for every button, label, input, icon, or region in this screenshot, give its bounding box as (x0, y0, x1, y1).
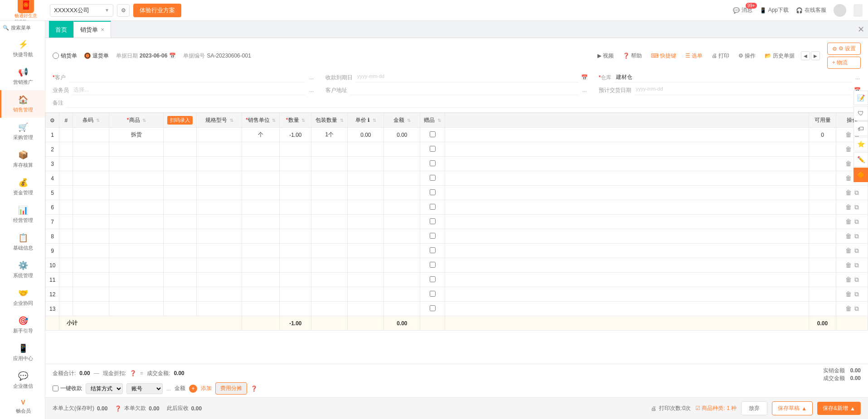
float-star-btn[interactable]: ⭐ (853, 137, 868, 151)
print-btn[interactable]: 🖨 打印 (709, 51, 732, 61)
gift-checkbox[interactable] (430, 204, 436, 210)
delete-icon[interactable]: 🗑 (845, 305, 852, 313)
delete-icon[interactable]: 🗑 (845, 131, 852, 139)
customer-input[interactable] (68, 72, 306, 82)
gift-checkbox[interactable] (430, 175, 436, 181)
history-btn[interactable]: 📂 历史单据 (762, 51, 797, 61)
product-kind[interactable]: ☑ 商品种类: 1 种 (695, 405, 737, 412)
prev-arrow[interactable]: ◀ (801, 51, 810, 60)
col-settings[interactable]: ⚙ (46, 113, 59, 128)
help-btn[interactable]: ❓ 帮助 (620, 51, 645, 61)
form-settings-btn[interactable]: ⚙ ⚙ 设置 (827, 43, 861, 55)
copy-icon[interactable]: ⧉ (854, 290, 859, 298)
warehouse-dots[interactable]: ... (854, 74, 861, 81)
sidebar-item-enterprise[interactable]: 🤝 企业协同 (0, 284, 45, 311)
gift-checkbox[interactable] (430, 291, 436, 297)
col-qty[interactable]: *数量 ⇅ (280, 113, 311, 128)
delete-icon[interactable]: 🗑 (845, 174, 852, 182)
gift-checkbox[interactable] (430, 262, 436, 268)
copy-icon[interactable]: ⧉ (854, 247, 859, 255)
salesperson-input[interactable]: 选择... (72, 85, 305, 95)
warehouse-input[interactable]: 建材仓 (614, 72, 852, 82)
delete-icon[interactable]: 🗑 (845, 247, 852, 255)
copy-icon[interactable]: ⧉ (854, 261, 859, 269)
float-tag-btn[interactable]: 🏷 (853, 121, 868, 136)
copy-icon[interactable]: ⧉ (854, 203, 859, 211)
sidebar-item-system[interactable]: ⚙️ 系统管理 (0, 256, 45, 284)
delete-icon[interactable]: 🗑 (845, 145, 852, 153)
customer-dots[interactable]: ... (308, 74, 315, 81)
expected-date-input[interactable]: yyyy-mm-dd (634, 85, 851, 95)
video-btn[interactable]: ▶ 视频 (595, 51, 616, 61)
copy-icon[interactable]: ⧉ (854, 276, 859, 284)
gift-checkbox[interactable] (430, 160, 436, 166)
next-arrow[interactable]: ▶ (811, 51, 820, 60)
sidebar-item-apps[interactable]: 📱 应用中心 (0, 339, 45, 366)
col-gift[interactable]: 赠品 ⇅ (420, 113, 445, 128)
float-orange-btn[interactable]: 🔶 (853, 168, 868, 182)
copy-icon[interactable]: ⧉ (854, 189, 859, 197)
company-selector[interactable]: XXXXXX公司 ▼ (50, 4, 113, 17)
payment-add-button[interactable]: + (189, 385, 197, 393)
sidebar-item-quick-nav[interactable]: ⚡ 快捷导航 (0, 35, 45, 63)
due-date-calendar-icon[interactable]: 📅 (581, 74, 588, 81)
delete-icon[interactable]: 🗑 (845, 218, 852, 226)
delete-icon[interactable]: 🗑 (845, 203, 852, 211)
copy-icon[interactable]: ⧉ (854, 232, 859, 240)
payment-account-select[interactable]: 账号 (126, 383, 163, 394)
sidebar-item-purchase[interactable]: 🛒 采购管理 (0, 118, 45, 145)
col-pack[interactable]: 包装数量 ⇅ (311, 113, 348, 128)
sidebar-item-member[interactable]: V 畅会员 (0, 394, 45, 419)
sidebar-item-guide[interactable]: 🎯 新手引导 (0, 311, 45, 339)
gift-checkbox[interactable] (430, 146, 436, 152)
addr-dots[interactable]: ... (582, 87, 588, 93)
copy-icon[interactable]: ⧉ (854, 218, 859, 226)
logistics-btn[interactable]: + 物流 (827, 57, 861, 69)
gift-checkbox[interactable] (430, 305, 436, 311)
delete-icon[interactable]: 🗑 (845, 189, 852, 197)
col-unit[interactable]: *销售单位 ⇅ (242, 113, 280, 128)
user-menu-icon[interactable] (853, 4, 863, 17)
gift-checkbox[interactable] (430, 247, 436, 253)
scan-barcode-btn[interactable]: 扫码录入 (167, 116, 193, 125)
col-barcode[interactable]: 条码 ⇅ (73, 113, 109, 128)
avatar[interactable] (834, 4, 846, 17)
operation-btn[interactable]: ⚙ 操作 (736, 51, 758, 61)
tab-close-icon[interactable]: ✕ (101, 27, 104, 32)
sidebar-item-sales[interactable]: 🏠 销售管理 (0, 90, 45, 118)
return-order-radio[interactable]: 退货单 (84, 52, 109, 60)
delete-icon[interactable]: 🗑 (845, 276, 852, 284)
one-click-payment-checkbox[interactable]: 一键收款 (53, 385, 82, 392)
app-download-button[interactable]: 📱 App下载 (760, 6, 789, 14)
delete-icon[interactable]: 🗑 (845, 232, 852, 240)
gift-checkbox[interactable] (430, 218, 436, 224)
gift-checkbox[interactable] (430, 233, 436, 239)
sidebar-item-basics[interactable]: 📋 基础信息 (0, 228, 45, 256)
col-spec[interactable]: 规格型号 ⇅ (197, 113, 242, 128)
calendar-icon[interactable]: 📅 (169, 53, 176, 59)
close-button[interactable]: ✕ (858, 24, 864, 34)
search-menu-button[interactable]: 🔍 搜索菜单 (0, 21, 45, 35)
payment-dots[interactable]: ... (166, 385, 171, 392)
delete-icon[interactable]: 🗑 (845, 261, 852, 269)
discard-button[interactable]: 放弃 (741, 401, 767, 415)
tab-sales-order[interactable]: 销货单 ✕ (74, 21, 111, 38)
col-amount[interactable]: 金额 ⇅ (384, 113, 420, 128)
online-service-button[interactable]: 🎧 在线客服 (796, 6, 826, 14)
float-shield-btn[interactable]: 🛡 (853, 106, 868, 120)
salesperson-dots[interactable]: ... (308, 87, 315, 93)
gift-checkbox[interactable] (430, 131, 436, 137)
tab-home[interactable]: 首页 (49, 21, 74, 38)
sidebar-item-marketing[interactable]: 📢 营销推广 (0, 63, 45, 90)
select-order-btn[interactable]: ☰ 选单 (683, 51, 705, 61)
sidebar-item-operations[interactable]: 📊 经营管理 (0, 201, 45, 228)
save-draft-button[interactable]: 保存草稿 ▲ (772, 401, 813, 415)
delete-icon[interactable]: 🗑 (845, 160, 852, 168)
expense-split-button[interactable]: 费用分摊 (215, 382, 247, 395)
float-note-btn[interactable]: 📝 (853, 91, 868, 105)
sales-order-radio[interactable]: 销货单 (53, 52, 77, 60)
gift-checkbox[interactable] (430, 189, 436, 195)
notes-input[interactable] (66, 98, 861, 108)
cash-discount-help[interactable]: ❓ (130, 370, 136, 376)
copy-icon[interactable]: ⧉ (854, 305, 859, 313)
